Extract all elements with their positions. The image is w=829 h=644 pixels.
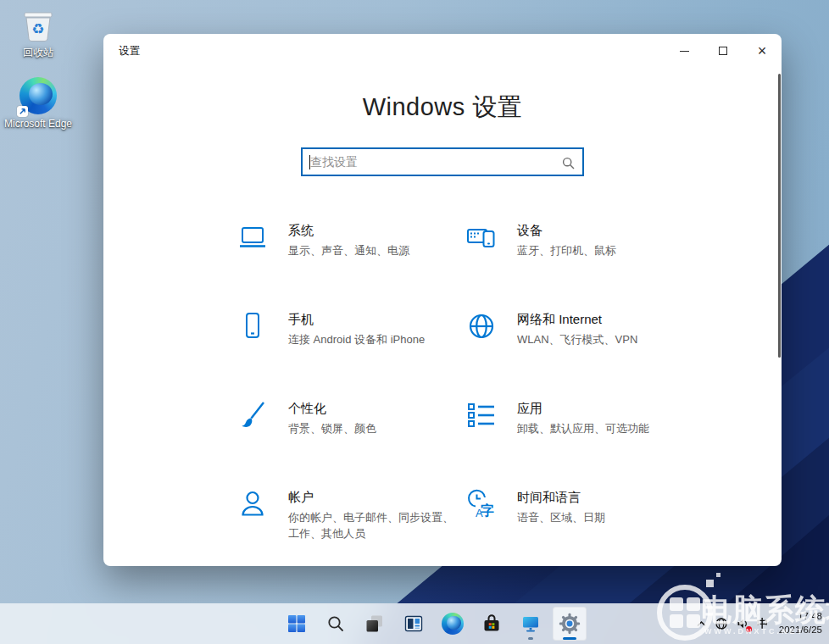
settings-category-grid: 系统 显示、声音、通知、电源 设备 蓝牙、打印机、鼠标 手机 连接 Androi…: [236, 217, 782, 573]
task-view-icon: [364, 613, 385, 634]
volume-icon[interactable]: [736, 617, 749, 630]
window-title: 设置: [119, 44, 140, 58]
tile-network[interactable]: 网络和 Internet WLAN、飞行模式、VPN: [465, 306, 693, 395]
recycle-bin-label: 回收站: [23, 47, 53, 59]
edge-shortcut[interactable]: Microsoft Edge: [3, 76, 73, 130]
app-list-icon: [465, 398, 498, 432]
tray-time: 17:48: [779, 610, 822, 624]
tile-personalization[interactable]: 个性化 背景、锁屏、颜色: [236, 395, 465, 484]
tile-time-language[interactable]: A 字 时间和语言 语音、区域、日期: [465, 484, 693, 573]
close-icon: ×: [758, 43, 767, 58]
taskbar-clock[interactable]: 17:48 2021/6/25: [779, 610, 822, 636]
globe-icon: [465, 309, 498, 343]
tile-title: 系统: [288, 220, 463, 239]
paintbrush-icon: [236, 398, 270, 432]
tile-devices[interactable]: 设备 蓝牙、打印机、鼠标: [465, 217, 693, 306]
monitor-icon: [520, 613, 541, 634]
page-title: Windows 设置: [103, 91, 782, 125]
shortcut-arrow-icon: [17, 106, 28, 117]
edge-icon: [19, 76, 58, 115]
window-titlebar: 设置 ×: [103, 34, 782, 68]
clock-language-icon: A 字: [465, 487, 498, 521]
tray-date: 2021/6/25: [779, 624, 822, 637]
taskbar-search-button[interactable]: [319, 607, 353, 641]
search-icon: [326, 614, 345, 633]
store-bag-icon: [481, 613, 502, 634]
desktop-icon-area: ♻ 回收站 Microsoft Edge: [3, 5, 73, 130]
tile-subtitle: 背景、锁屏、颜色: [288, 420, 463, 437]
notification-badge: [746, 626, 752, 632]
recycle-bin-icon: ♻: [19, 5, 58, 44]
person-icon: [236, 487, 270, 521]
svg-text:字: 字: [481, 502, 494, 518]
tile-title: 个性化: [288, 398, 463, 417]
settings-search-box: [301, 147, 584, 176]
monitor-app-button[interactable]: [514, 607, 548, 641]
edge-icon: [442, 613, 464, 635]
system-tray: 中 17:48 2021/6/25: [696, 603, 822, 644]
tile-apps[interactable]: 应用 卸载、默认应用、可选功能: [465, 395, 693, 484]
tile-subtitle: WLAN、飞行模式、VPN: [517, 331, 692, 348]
store-button[interactable]: [475, 607, 509, 641]
maximize-button[interactable]: [704, 34, 743, 68]
input-method-indicator[interactable]: 中: [757, 616, 768, 631]
minimize-icon: [680, 51, 689, 52]
taskbar: 中 17:48 2021/6/25: [0, 603, 829, 644]
edge-shortcut-label: Microsoft Edge: [4, 118, 72, 130]
widgets-icon: [403, 613, 424, 634]
tile-subtitle: 连接 Android 设备和 iPhone: [288, 331, 463, 348]
active-indicator: [563, 637, 576, 640]
maximize-icon: [719, 47, 727, 55]
window-scrollbar[interactable]: [778, 74, 781, 358]
tile-accounts[interactable]: 帐户 你的帐户、电子邮件、同步设置、工作、其他人员: [236, 484, 465, 573]
search-icon[interactable]: [562, 157, 575, 173]
tile-title: 设备: [517, 220, 692, 239]
task-view-button[interactable]: [358, 607, 392, 641]
svg-text:♻: ♻: [31, 21, 44, 37]
tile-title: 手机: [288, 309, 463, 328]
close-button[interactable]: ×: [743, 34, 782, 68]
phone-icon: [236, 309, 270, 343]
tile-title: 网络和 Internet: [517, 309, 692, 328]
hidden-icons-chevron[interactable]: [696, 619, 707, 628]
gear-icon: [559, 613, 581, 635]
tile-subtitle: 蓝牙、打印机、鼠标: [517, 242, 692, 259]
running-indicator: [528, 637, 533, 640]
network-icon[interactable]: [715, 617, 728, 630]
tile-subtitle: 显示、声音、通知、电源: [288, 242, 463, 259]
text-caret: [309, 155, 310, 169]
recycle-bin-shortcut[interactable]: ♻ 回收站: [3, 5, 73, 59]
search-input[interactable]: [303, 149, 582, 175]
laptop-icon: [236, 220, 270, 254]
tile-title: 时间和语言: [517, 487, 692, 506]
widgets-button[interactable]: [397, 607, 431, 641]
keyboard-phone-icon: [465, 220, 498, 254]
tile-title: 帐户: [288, 487, 463, 506]
tile-system[interactable]: 系统 显示、声音、通知、电源: [236, 217, 465, 306]
taskbar-edge-button[interactable]: [436, 607, 470, 641]
tile-subtitle: 卸载、默认应用、可选功能: [517, 420, 692, 437]
tile-subtitle: 语音、区域、日期: [517, 509, 692, 526]
taskbar-settings-button[interactable]: [553, 607, 587, 641]
minimize-button[interactable]: [665, 34, 704, 68]
tile-phone[interactable]: 手机 连接 Android 设备和 iPhone: [236, 306, 465, 395]
windows-logo-icon: [287, 613, 307, 634]
start-button[interactable]: [280, 607, 314, 641]
tile-title: 应用: [517, 398, 692, 417]
settings-window: 设置 × Windows 设置 系统 显示、声音、通知、电源: [103, 34, 782, 566]
tile-subtitle: 你的帐户、电子邮件、同步设置、工作、其他人员: [288, 509, 463, 542]
